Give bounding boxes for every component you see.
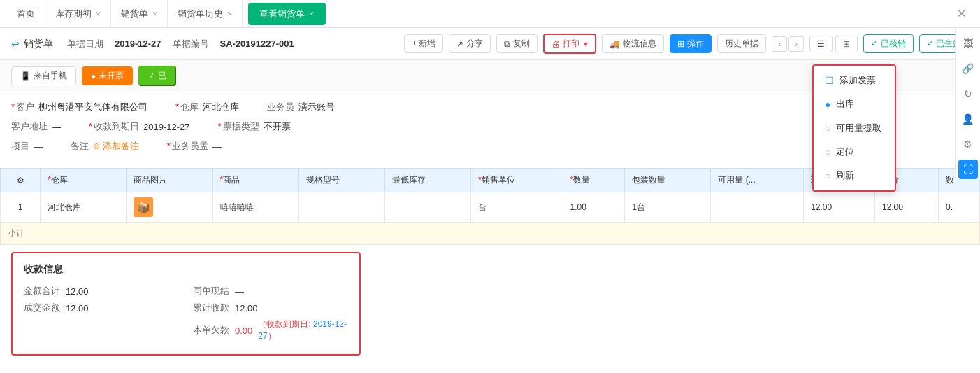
from-phone-button[interactable]: 📱 来自手机 [11,66,76,85]
logistics-button[interactable]: 🚚 物流信息 [602,34,664,53]
product-image: 📦 [134,197,153,217]
total-amount-value: 12.00 [66,286,89,297]
available-extract-item[interactable]: ○ 可用量提取 [814,116,895,140]
address-label: 客户地址 [11,120,48,133]
payment-title: 收款信息 [24,263,348,276]
locate-icon: ○ [825,146,830,157]
row-unit-price: 12.00 [874,192,938,223]
copy-button[interactable]: ⧉ 复制 [496,34,538,53]
ticket-type-value: 不开票 [264,120,291,133]
close-view-tab[interactable]: × [309,8,315,19]
close-history-tab[interactable]: × [227,9,232,19]
total-amount-row: 金额合计 12.00 [24,283,179,300]
note-field: 备注 ⊕ 添加备注 [71,140,139,153]
tab-home[interactable]: 首页 [7,0,45,28]
project-label: 项目 [11,140,29,153]
due-note: （收款到期日: 2019-12-27） [258,318,348,342]
row-quantity: 1.00 [563,192,625,223]
date-value: 2019-12-27 [115,38,161,49]
prev-button[interactable]: ‹ [772,36,787,52]
note-label: 备注 [71,140,89,153]
outbound-item[interactable]: ● 出库 [814,92,895,116]
add-invoice-item[interactable]: ☐ 添加发票 [814,69,895,92]
window-close-button[interactable]: ✕ [950,7,973,20]
settings-column-header[interactable]: ⚙ [1,169,41,192]
print-button[interactable]: 🖨 打印 ▾ [543,34,596,54]
row-spec [298,192,384,223]
dropdown-arrow: ▾ [584,39,588,49]
ticket-icon: ● [91,71,96,81]
cumulative-receipt-value: 12.00 [235,303,258,314]
row-current-stock: 12.00 [804,192,875,223]
extract-icon: ○ [825,122,830,134]
row-number: 1 [1,192,41,223]
payment-date-field: 收款到期日 2019-12-27 [89,120,190,133]
tab-view-sales[interactable]: 查看销货单 × [248,3,326,25]
product-img-column-header: 商品图片 [127,169,212,192]
ticket-type-label: 票据类型 [218,120,259,133]
doc-title: ↩ 销货单 [11,38,53,50]
share-button[interactable]: ↗ 分享 [449,34,491,53]
add-note-button[interactable]: ⊕ 添加备注 [93,140,139,153]
transaction-amount-label: 成交金额 [24,302,60,314]
sidebar-link-icon[interactable]: 🔗 [958,59,978,78]
same-settlement-value: — [235,286,244,297]
list-view-button[interactable]: ☰ [809,36,833,52]
refresh-icon: ○ [825,170,830,181]
ops-dropdown-menu: ☐ 添加发票 ● 出库 ○ 可用量提取 ○ 定位 ○ 刷新 [812,64,896,192]
not-open-button[interactable]: ● 未开票 [82,66,133,85]
logistics-icon: 🚚 [610,39,620,49]
spec-column-header: 规格型号 [298,169,384,192]
new-button[interactable]: + 新增 [404,34,443,53]
ops-button[interactable]: ⊞ 操作 [670,34,712,53]
sidebar-refresh-icon[interactable]: ↻ [958,84,978,104]
history-button[interactable]: 历史单据 [717,34,766,53]
next-button[interactable]: › [788,36,804,52]
transaction-amount-value: 12.00 [66,303,89,314]
product-img-icon: 📦 [136,201,150,214]
sidebar-expand-icon[interactable]: ⛶ [958,160,978,179]
same-settlement-label: 同单现结 [193,285,229,297]
address-field: 客户地址 — [11,120,61,133]
doc-header: ↩ 销货单 单据日期 2019-12-27 单据编号 SA-20191227-0… [0,28,980,60]
row-pack-qty: 1台 [625,192,711,223]
share-icon: ↗ [456,39,463,49]
locate-item[interactable]: ○ 定位 [814,140,895,164]
staff-value: 演示账号 [298,101,335,113]
customer-value: 柳州粤港平安气体有限公司 [38,101,147,113]
tab-sales-order[interactable]: 销货单 × [111,0,168,28]
doc-icon: ↩ [11,38,20,50]
tab-inventory-init[interactable]: 库存期初 × [45,0,111,28]
sidebar-user-icon[interactable]: 👤 [958,109,978,129]
sidebar-settings-icon[interactable]: ⚙ [958,134,978,154]
salesperson-field: 业务员孟 — [167,140,222,153]
staff-label: 业务员 [267,101,294,113]
grid-icon: ⊞ [677,39,684,49]
right-sidebar: 🖼 🔗 ↻ 👤 ⚙ ⛶ [955,28,980,179]
toolbar: + 新增 ↗ 分享 ⧉ 复制 🖨 打印 ▾ 🚚 物流信息 [404,34,969,54]
sidebar-image-icon[interactable]: 🖼 [958,34,978,53]
plus-icon: ⊕ [93,141,100,151]
warehouse-value: 河北仓库 [203,101,239,113]
sold-button[interactable]: ✓ 已核销 [863,34,913,53]
grid-view-button[interactable]: ⊞ [835,36,858,52]
warehouse-column-header: *仓库 [41,169,127,192]
row-product-img: 📦 [127,192,212,223]
ticket-type-field: 票据类型 不开票 [218,120,291,133]
product-column-header: *商品 [212,169,298,192]
cumulative-receipt-row: 累计收款 12.00 [193,300,348,316]
refresh-item[interactable]: ○ 刷新 [814,164,895,188]
row-product: 嘻嘻嘻嘻 [212,192,298,223]
total-amount-label: 金额合计 [24,285,60,297]
customer-label: 客户 [11,101,34,113]
warehouse-field: 仓库 河北仓库 [175,101,239,113]
available-column-header: 可用量 (... [711,169,804,192]
tab-sales-history[interactable]: 销货单历史 × [168,0,243,28]
close-inventory-tab[interactable]: × [96,9,101,19]
close-sales-tab[interactable]: × [152,9,157,19]
date-label: 单据日期 [67,38,103,50]
current-due-value: 0.00 [235,325,252,336]
confirm-button[interactable]: ✓ 已 [138,66,175,86]
payment-date-value: 2019-12-27 [143,122,190,132]
table-row: 1 河北仓库 📦 嘻嘻嘻嘻 台 1.00 1台 [1,192,980,223]
